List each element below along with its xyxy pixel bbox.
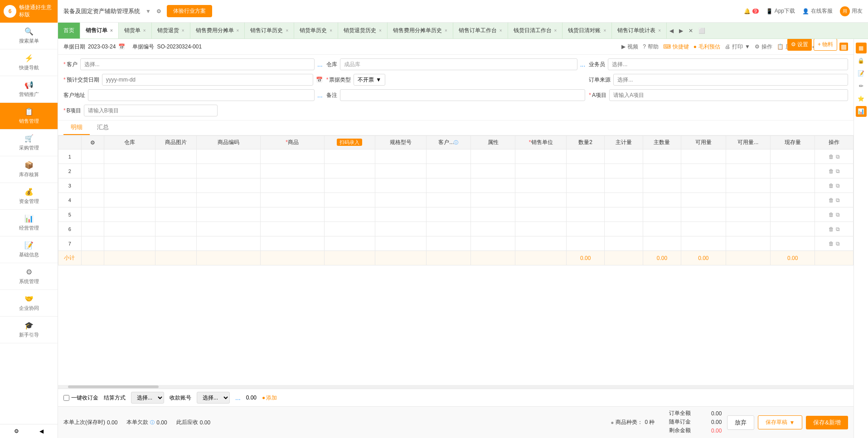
cell-4-13[interactable] bbox=[681, 193, 726, 207]
cell-7-1[interactable] bbox=[104, 236, 155, 251]
cell-1-15[interactable] bbox=[771, 149, 815, 164]
tab-close-5[interactable]: × bbox=[286, 28, 288, 33]
cell-1-9[interactable] bbox=[515, 149, 567, 164]
sidebar-item-企业协同[interactable]: 🤝 企业协同 bbox=[0, 290, 58, 317]
cell-6-5[interactable] bbox=[324, 222, 375, 236]
cell-2-5[interactable] bbox=[324, 164, 375, 178]
tab-close-6[interactable]: × bbox=[330, 28, 332, 33]
row-copy-icon-1[interactable]: ⧉ bbox=[836, 154, 840, 160]
cell-3-11[interactable] bbox=[605, 178, 643, 193]
cell-4-9[interactable] bbox=[515, 193, 567, 207]
detail-tab-1[interactable]: 汇总 bbox=[90, 120, 116, 135]
cell-3-6[interactable] bbox=[375, 178, 427, 193]
tab-nav-btn-3[interactable]: ⬜ bbox=[696, 23, 708, 39]
tab-close-9[interactable]: × bbox=[499, 28, 502, 33]
cell-2-0[interactable] bbox=[81, 164, 104, 178]
cell-7-9[interactable] bbox=[515, 236, 567, 251]
discard-btn[interactable]: 放弃 bbox=[727, 415, 754, 430]
sidebar-item-系统管理[interactable]: ⚙ 系统管理 bbox=[0, 263, 58, 290]
cell-2-9[interactable] bbox=[515, 164, 567, 178]
sidebar-item-采购管理[interactable]: 🛒 采购管理 bbox=[0, 130, 58, 156]
a-project-input[interactable] bbox=[609, 89, 848, 101]
table-view-icon[interactable]: ▦ bbox=[839, 43, 848, 51]
cell-4-0[interactable] bbox=[81, 193, 104, 207]
cell-1-0[interactable] bbox=[81, 149, 104, 164]
cell-6-1[interactable] bbox=[104, 222, 155, 236]
row-copy-icon-5[interactable]: ⧉ bbox=[836, 212, 840, 218]
help-action[interactable]: ? 帮助 bbox=[643, 43, 659, 51]
cell-7-11[interactable] bbox=[605, 236, 643, 251]
cell-7-5[interactable] bbox=[324, 236, 375, 251]
cell-2-8[interactable] bbox=[470, 164, 515, 178]
sidebar-item-销售管理[interactable]: 📋 销售管理 bbox=[0, 103, 58, 130]
row-delete-icon-4[interactable]: 🗑 bbox=[829, 197, 834, 203]
cell-4-4[interactable] bbox=[260, 193, 324, 207]
cell-1-6[interactable] bbox=[375, 149, 427, 164]
shortcut-action[interactable]: ⌨ 快捷键 bbox=[663, 43, 689, 51]
cell-7-0[interactable] bbox=[81, 236, 104, 251]
more-dots-icon[interactable]: ... bbox=[235, 394, 241, 401]
cell-3-2[interactable] bbox=[155, 178, 196, 193]
right-panel-btn-1[interactable]: 🔒 bbox=[856, 55, 867, 66]
cell-5-10[interactable] bbox=[566, 207, 604, 222]
cell-5-7[interactable] bbox=[426, 207, 470, 222]
right-panel-btn-3[interactable]: ✏ bbox=[856, 81, 867, 91]
cell-7-2[interactable] bbox=[155, 236, 196, 251]
cell-1-8[interactable] bbox=[470, 149, 515, 164]
cell-1-12[interactable] bbox=[643, 149, 681, 164]
tab-close-1[interactable]: × bbox=[110, 28, 113, 33]
calendar-icon[interactable]: 📅 bbox=[118, 43, 125, 50]
b-project-input[interactable] bbox=[84, 105, 218, 116]
cell-4-6[interactable] bbox=[375, 193, 427, 207]
cell-2-4[interactable] bbox=[260, 164, 324, 178]
scan-header-btn[interactable]: 扫码录入 bbox=[337, 139, 362, 146]
sidebar-item-资金管理[interactable]: 💰 资金管理 bbox=[0, 183, 58, 210]
tab-close-10[interactable]: × bbox=[554, 28, 557, 33]
cell-3-10[interactable] bbox=[566, 178, 604, 193]
tab-11[interactable]: 钱货日清对账× bbox=[563, 23, 612, 39]
settlement-select[interactable]: 选择... bbox=[131, 392, 164, 404]
cell-6-14[interactable] bbox=[726, 222, 770, 236]
sidebar-item-基础信息[interactable]: 📝 基础信息 bbox=[0, 236, 58, 263]
date-value[interactable]: 2023-03-24 bbox=[88, 43, 116, 50]
cell-5-14[interactable] bbox=[726, 207, 770, 222]
cell-6-3[interactable] bbox=[197, 222, 261, 236]
draft-btn[interactable]: 保存草稿 ▼ bbox=[758, 415, 802, 429]
add-btn[interactable]: ● 添加 bbox=[262, 394, 277, 402]
warehouse-input[interactable] bbox=[340, 58, 577, 70]
solution-btn[interactable]: 体验行业方案 bbox=[167, 5, 212, 17]
cell-5-1[interactable] bbox=[104, 207, 155, 222]
row-delete-icon-6[interactable]: 🗑 bbox=[829, 226, 834, 232]
cell-6-6[interactable] bbox=[375, 222, 427, 236]
cell-7-8[interactable] bbox=[470, 236, 515, 251]
cell-5-9[interactable] bbox=[515, 207, 567, 222]
cell-3-9[interactable] bbox=[515, 178, 567, 193]
cell-6-2[interactable] bbox=[155, 222, 196, 236]
tab-6[interactable]: 销货单历史× bbox=[294, 23, 338, 39]
row-delete-icon-2[interactable]: 🗑 bbox=[829, 168, 834, 174]
cell-6-10[interactable] bbox=[566, 222, 604, 236]
cell-5-4[interactable] bbox=[260, 207, 324, 222]
cell-4-7[interactable] bbox=[426, 193, 470, 207]
cell-5-15[interactable] bbox=[771, 207, 815, 222]
cell-7-14[interactable] bbox=[726, 236, 770, 251]
cell-7-15[interactable] bbox=[771, 236, 815, 251]
cell-7-3[interactable] bbox=[197, 236, 261, 251]
row-copy-icon-7[interactable]: ⧉ bbox=[836, 241, 840, 247]
cell-1-4[interactable] bbox=[260, 149, 324, 164]
cell-3-12[interactable] bbox=[643, 178, 681, 193]
cell-2-2[interactable] bbox=[155, 164, 196, 178]
cell-2-15[interactable] bbox=[771, 164, 815, 178]
tab-0[interactable]: 首页 bbox=[58, 23, 80, 39]
cell-1-11[interactable] bbox=[605, 149, 643, 164]
cell-6-11[interactable] bbox=[605, 222, 643, 236]
cell-3-7[interactable] bbox=[426, 178, 470, 193]
cell-5-8[interactable] bbox=[470, 207, 515, 222]
notification-item[interactable]: 🔔 9 bbox=[744, 8, 759, 14]
cell-5-5[interactable] bbox=[324, 207, 375, 222]
cell-3-8[interactable] bbox=[470, 178, 515, 193]
cell-6-15[interactable] bbox=[771, 222, 815, 236]
remark-input[interactable] bbox=[340, 89, 586, 101]
tab-12[interactable]: 销售订单统计表× bbox=[612, 23, 667, 39]
online-service-item[interactable]: 👤 在线客服 bbox=[802, 7, 833, 15]
